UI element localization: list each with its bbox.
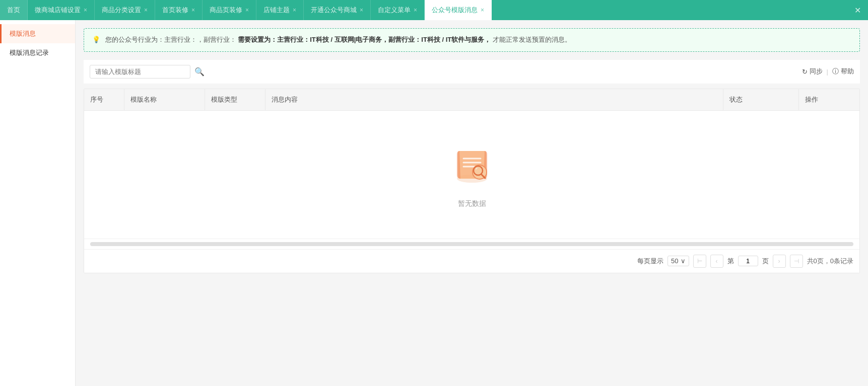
- tab-home[interactable]: 首页: [0, 0, 28, 20]
- last-page-button[interactable]: ⊣: [790, 255, 803, 268]
- search-input[interactable]: [90, 65, 190, 79]
- tab-template-msg[interactable]: 公众号模版消息×: [425, 0, 492, 20]
- help-button[interactable]: ⓘ 帮助: [832, 67, 854, 76]
- notice-text-after: 才能正常发送预置的消息。: [493, 36, 571, 43]
- table-header-action: 操作: [799, 89, 859, 110]
- help-label: 帮助: [841, 67, 854, 76]
- page-total: 共0页，0条记录: [807, 257, 853, 266]
- sidebar-item-template-message[interactable]: 模版消息: [0, 24, 75, 43]
- tab-store-theme[interactable]: 店铺主题×: [256, 0, 304, 20]
- notice-text-before: 您的公众号行业为：主营行业：，副营行业：: [105, 36, 236, 43]
- search-button[interactable]: 🔍: [194, 67, 205, 76]
- notice-box: 💡 您的公众号行业为：主营行业：，副营行业： 需要设置为：主营行业：IT科技 /…: [84, 28, 860, 52]
- sidebar-item-template-message-log[interactable]: 模版消息记录: [0, 43, 75, 62]
- scroll-bar-area: [84, 239, 859, 249]
- table-header-content: 消息内容: [265, 89, 723, 110]
- tab-open-mall[interactable]: 开通公众号商城×: [304, 0, 371, 20]
- table-wrapper: 序号模版名称模版类型消息内容状态操作: [84, 89, 860, 273]
- tab-close-template-msg[interactable]: ×: [481, 7, 484, 14]
- sync-label: 同步: [810, 67, 823, 76]
- table-header-name: 模版名称: [124, 89, 205, 110]
- table-header: 序号模版名称模版类型消息内容状态操作: [84, 89, 859, 111]
- sync-icon: ↻: [802, 68, 808, 75]
- tab-close-store-theme[interactable]: ×: [293, 7, 296, 14]
- table-header-status: 状态: [723, 89, 799, 110]
- tab-product-decor[interactable]: 商品页装修×: [203, 0, 256, 20]
- tab-custom-menu[interactable]: 自定义菜单×: [371, 0, 425, 20]
- pagination: 每页显示 50 ∨ ⊢ ‹ 第 页 › ⊣ 共0页，0条记录: [84, 249, 859, 273]
- page-di-label: 第: [727, 257, 734, 266]
- empty-text: 暂无数据: [458, 199, 486, 208]
- tab-close-product-decor[interactable]: ×: [245, 7, 249, 14]
- sync-button[interactable]: ↻ 同步: [802, 67, 823, 76]
- tab-category-settings[interactable]: 商品分类设置×: [95, 0, 155, 20]
- fake-scrollbar[interactable]: [90, 242, 853, 246]
- page-number-input[interactable]: [738, 256, 758, 266]
- content-area: 💡 您的公众号行业为：主营行业：，副营行业： 需要设置为：主营行业：IT科技 /…: [76, 20, 868, 386]
- tab-homepage-decor[interactable]: 首页装修×: [155, 0, 203, 20]
- next-page-button[interactable]: ›: [773, 255, 786, 268]
- bulb-icon: 💡: [92, 36, 100, 43]
- chevron-down-icon: ∨: [681, 257, 686, 265]
- prev-page-button[interactable]: ‹: [710, 255, 723, 268]
- tab-close-open-mall[interactable]: ×: [360, 7, 363, 14]
- search-left: 🔍: [90, 65, 205, 79]
- notice-highlight: 需要设置为：主营行业：IT科技 / 互联网|电子商务，副营行业：IT科技 / I…: [238, 36, 491, 43]
- sidebar: 模版消息模版消息记录: [0, 20, 76, 386]
- first-page-button[interactable]: ⊢: [693, 255, 706, 268]
- tab-bar: 首页微商城店铺设置×商品分类设置×首页装修×商品页装修×店铺主题×开通公众号商城…: [0, 0, 868, 20]
- search-right: ↻ 同步 | ⓘ 帮助: [802, 67, 854, 76]
- empty-state: 暂无数据: [84, 111, 859, 239]
- main-layout: 模版消息模版消息记录 💡 您的公众号行业为：主营行业：，副营行业： 需要设置为：…: [0, 20, 868, 386]
- tab-close-custom-menu[interactable]: ×: [414, 7, 417, 14]
- page-size-select[interactable]: 50 ∨: [667, 256, 689, 266]
- tab-store-settings[interactable]: 微商城店铺设置×: [28, 0, 95, 20]
- tab-close-homepage-decor[interactable]: ×: [191, 7, 195, 14]
- empty-icon: [447, 141, 497, 191]
- table-header-type: 模版类型: [205, 89, 265, 110]
- close-all-button[interactable]: ✕: [847, 6, 868, 15]
- tab-close-store-settings[interactable]: ×: [84, 7, 87, 14]
- page-size-label: 每页显示: [637, 257, 663, 266]
- help-icon: ⓘ: [832, 67, 839, 76]
- search-bar: 🔍 ↻ 同步 | ⓘ 帮助: [84, 60, 860, 84]
- page-unit-label: 页: [762, 257, 769, 266]
- tab-close-category-settings[interactable]: ×: [144, 7, 148, 14]
- page-size-value: 50: [671, 257, 678, 265]
- table-header-index: 序号: [84, 89, 124, 110]
- divider: |: [827, 68, 828, 75]
